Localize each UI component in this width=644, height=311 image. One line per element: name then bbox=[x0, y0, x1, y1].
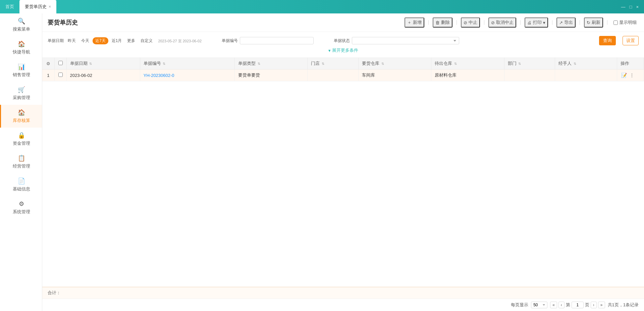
sidebar-label-purchase: 采购管理 bbox=[13, 95, 30, 101]
next-page-btn[interactable]: › bbox=[591, 302, 597, 308]
first-page-btn[interactable]: « bbox=[550, 302, 557, 308]
sort-type-icon: ⇅ bbox=[258, 62, 260, 65]
main-layout: 🔍 搜索菜单 🏠 快捷导航 📊 销售管理 🛒 采购管理 🏠 库存核算 🔒 资金管… bbox=[0, 13, 644, 311]
page-number-input[interactable] bbox=[572, 302, 584, 308]
date-btn-today[interactable]: 今天 bbox=[79, 37, 91, 44]
close-btn[interactable]: × bbox=[636, 4, 639, 9]
th-settings[interactable]: ⚙ bbox=[42, 58, 54, 70]
row-checkbox[interactable] bbox=[58, 73, 63, 77]
select-all-checkbox[interactable] bbox=[58, 61, 63, 65]
top-bar-right: — □ × bbox=[616, 4, 644, 9]
divider3 bbox=[484, 20, 484, 25]
th-order-no[interactable]: 单据编号 ⇅ bbox=[140, 58, 235, 70]
new-button[interactable]: ＋ 新增 bbox=[405, 17, 424, 28]
summary-label: 合计： bbox=[48, 290, 61, 295]
status-select[interactable] bbox=[352, 37, 459, 44]
order-no-input[interactable] bbox=[240, 37, 314, 44]
page-suffix: 页 bbox=[585, 302, 589, 308]
tab-requisition-history[interactable]: 要货单历史 × bbox=[19, 0, 56, 13]
th-type[interactable]: 单据类型 ⇅ bbox=[235, 58, 308, 70]
prev-page-btn[interactable]: ‹ bbox=[558, 302, 565, 308]
stop-button[interactable]: ⊘ 中止 bbox=[461, 17, 480, 28]
refresh-button[interactable]: ↻ 刷新 bbox=[584, 17, 603, 28]
last-page-btn[interactable]: » bbox=[598, 302, 605, 308]
sidebar-item-system-mgmt[interactable]: ⚙ 系统管理 bbox=[0, 196, 42, 219]
settings-button[interactable]: 设置 bbox=[623, 36, 639, 45]
divider5 bbox=[552, 20, 552, 25]
expand-more-btn[interactable]: ▾ 展开更多条件 bbox=[48, 47, 639, 53]
tab-close-icon[interactable]: × bbox=[49, 4, 51, 9]
export-button[interactable]: ↗ 导出 bbox=[556, 17, 576, 28]
td-date: 2023-06-02 bbox=[66, 70, 140, 81]
page-prefix: 第 bbox=[566, 302, 570, 308]
per-page-select[interactable]: 20 50 100 200 bbox=[531, 302, 547, 308]
divider6 bbox=[580, 20, 580, 25]
filter-area: 单据日期 昨天 今天 近7天 近1月 更多 自定义 2023-05-27 至 2… bbox=[42, 32, 644, 58]
table-header-row: ⚙ 单据日期 ⇅ 单据编号 ⇅ 单据类型 ⇅ bbox=[42, 58, 644, 70]
show-detail-checkbox[interactable] bbox=[613, 20, 618, 25]
delete-button[interactable]: 🗑 删除 bbox=[433, 17, 452, 28]
chart-icon: 📊 bbox=[18, 63, 25, 71]
more-ops-icon[interactable]: ⋮ bbox=[629, 72, 635, 79]
sidebar-item-purchase-mgmt[interactable]: 🛒 采购管理 bbox=[0, 82, 42, 105]
table-settings-icon[interactable]: ⚙ bbox=[46, 61, 50, 66]
th-checkbox bbox=[54, 58, 66, 70]
data-table: ⚙ 单据日期 ⇅ 单据编号 ⇅ 单据类型 ⇅ bbox=[42, 58, 644, 81]
sidebar-item-basic-info[interactable]: 📄 基础信息 bbox=[0, 173, 42, 196]
th-department[interactable]: 部门 ⇅ bbox=[504, 58, 555, 70]
delete-icon: 🗑 bbox=[435, 20, 440, 25]
row-type: 要货单要货 bbox=[238, 73, 260, 78]
th-pending-warehouse[interactable]: 待出仓库 ⇅ bbox=[431, 58, 504, 70]
minimize-btn[interactable]: — bbox=[621, 4, 626, 9]
print-label: 打印 bbox=[533, 19, 542, 26]
date-btn-7days[interactable]: 近7天 bbox=[93, 37, 108, 44]
sidebar-label-sales: 销售管理 bbox=[13, 72, 30, 78]
sidebar-item-search-menu[interactable]: 🔍 搜索菜单 bbox=[0, 13, 42, 36]
th-store[interactable]: 门店 ⇅ bbox=[308, 58, 359, 70]
show-detail-toggle[interactable]: 显示明细 bbox=[611, 18, 639, 27]
td-type: 要货单要货 bbox=[235, 70, 308, 81]
row-order-no-link[interactable]: YH-20230602-0 bbox=[144, 73, 174, 78]
date-btn-1month[interactable]: 近1月 bbox=[110, 37, 124, 44]
refresh-icon: ↻ bbox=[587, 20, 590, 25]
maximize-btn[interactable]: □ bbox=[630, 4, 632, 9]
table-row: 1 2023-06-02 YH-20230602-0 要货单要货 bbox=[42, 70, 644, 81]
sidebar-label-system: 系统管理 bbox=[13, 209, 30, 215]
pagination: 每页显示 20 50 100 200 « ‹ 第 页 › » 共1页，1条记录 bbox=[42, 299, 644, 311]
tab-home[interactable]: 首页 bbox=[0, 0, 19, 13]
order-no-label: 单据编号 bbox=[222, 38, 238, 44]
th-handler[interactable]: 经手人 ⇅ bbox=[555, 58, 617, 70]
sidebar-item-operations-mgmt[interactable]: 📋 经营管理 bbox=[0, 150, 42, 173]
sidebar-item-finance-mgmt[interactable]: 🔒 资金管理 bbox=[0, 128, 42, 150]
sidebar-item-inventory[interactable]: 🏠 库存核算 bbox=[0, 105, 42, 128]
date-btn-yesterday[interactable]: 昨天 bbox=[66, 37, 78, 44]
sidebar-item-quick-nav[interactable]: 🏠 快捷导航 bbox=[0, 36, 42, 59]
tab-requisition-label: 要货单历史 bbox=[25, 4, 47, 10]
sort-dept-icon: ⇅ bbox=[518, 62, 521, 65]
plus-icon: ＋ bbox=[407, 19, 412, 26]
page-actions: ＋ 新增 🗑 删除 ⊘ 中止 ⊘ 取消中止 bbox=[405, 17, 639, 28]
date-buttons: 昨天 今天 近7天 近1月 更多 自定义 bbox=[66, 37, 155, 44]
th-ops: 操作 bbox=[617, 58, 644, 70]
th-date[interactable]: 单据日期 ⇅ bbox=[66, 58, 140, 70]
stop-icon: ⊘ bbox=[464, 20, 467, 25]
row-pending-warehouse: 原材料仓库 bbox=[435, 73, 457, 78]
sidebar-label-finance: 资金管理 bbox=[13, 140, 30, 146]
home-icon: 🏠 bbox=[18, 40, 25, 48]
sidebar-label-quick-nav: 快捷导航 bbox=[13, 49, 30, 55]
stop-label: 中止 bbox=[469, 19, 477, 26]
cancel-stop-button[interactable]: ⊘ 取消中止 bbox=[488, 17, 516, 28]
sort-orderno-icon: ⇅ bbox=[163, 62, 165, 65]
edit-icon[interactable]: 📝 bbox=[621, 72, 628, 79]
expand-more-label: 展开更多条件 bbox=[332, 47, 358, 53]
print-button[interactable]: 🖨 打印 ▾ bbox=[525, 17, 548, 28]
th-req-warehouse[interactable]: 要货仓库 ⇅ bbox=[359, 58, 431, 70]
print-chevron-icon: ▾ bbox=[543, 20, 545, 25]
inventory-icon: 🏠 bbox=[18, 109, 25, 116]
sidebar-item-sales-mgmt[interactable]: 📊 销售管理 bbox=[0, 59, 42, 82]
td-order-no: YH-20230602-0 bbox=[140, 70, 235, 81]
date-btn-more[interactable]: 更多 bbox=[125, 37, 137, 44]
date-btn-custom[interactable]: 自定义 bbox=[139, 37, 155, 44]
query-button[interactable]: 查询 bbox=[599, 36, 616, 45]
td-ops: 📝 ⋮ bbox=[617, 70, 644, 81]
